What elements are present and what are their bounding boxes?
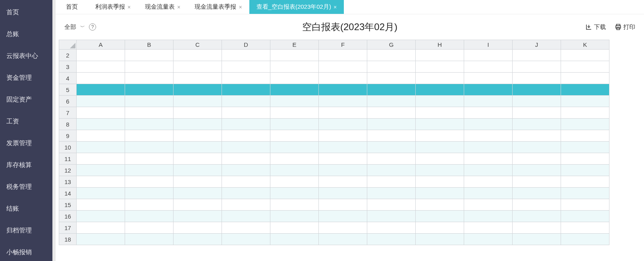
cell-C7[interactable] bbox=[174, 107, 222, 119]
cell-F11[interactable] bbox=[319, 153, 367, 165]
row-header-4[interactable]: 4 bbox=[59, 73, 77, 84]
cell-F5[interactable] bbox=[319, 84, 367, 96]
cell-I14[interactable] bbox=[464, 188, 513, 199]
cell-H13[interactable] bbox=[416, 176, 464, 188]
cell-I17[interactable] bbox=[464, 222, 513, 234]
row-header-14[interactable]: 14 bbox=[59, 188, 77, 199]
cell-F4[interactable] bbox=[319, 73, 367, 84]
cell-B14[interactable] bbox=[125, 188, 174, 199]
row-header-13[interactable]: 13 bbox=[59, 176, 77, 188]
cell-C6[interactable] bbox=[174, 96, 222, 107]
row-header-17[interactable]: 17 bbox=[59, 222, 77, 234]
cell-G7[interactable] bbox=[367, 107, 416, 119]
cell-C4[interactable] bbox=[174, 73, 222, 84]
col-header-J[interactable]: J bbox=[513, 40, 561, 50]
cell-K7[interactable] bbox=[561, 107, 609, 119]
cell-D17[interactable] bbox=[222, 222, 270, 234]
cell-E16[interactable] bbox=[270, 211, 319, 222]
row-header-9[interactable]: 9 bbox=[59, 130, 77, 142]
cell-J3[interactable] bbox=[513, 61, 561, 73]
cell-A9[interactable] bbox=[77, 130, 125, 142]
cell-D9[interactable] bbox=[222, 130, 270, 142]
cell-A18[interactable] bbox=[77, 234, 125, 245]
cell-C5[interactable] bbox=[174, 84, 222, 96]
cell-K4[interactable] bbox=[561, 73, 609, 84]
cell-J7[interactable] bbox=[513, 107, 561, 119]
cell-E14[interactable] bbox=[270, 188, 319, 199]
sidebar-item-3[interactable]: 资金管理 bbox=[0, 67, 52, 89]
sidebar-item-0[interactable]: 首页 bbox=[0, 2, 52, 23]
cell-I3[interactable] bbox=[464, 61, 513, 73]
cell-B5[interactable] bbox=[125, 84, 174, 96]
row-header-5[interactable]: 5 bbox=[59, 84, 77, 96]
cell-K2[interactable] bbox=[561, 50, 609, 61]
cell-F10[interactable] bbox=[319, 142, 367, 153]
print-button[interactable]: 打印 bbox=[615, 23, 635, 31]
close-icon[interactable]: × bbox=[239, 4, 242, 10]
cell-D8[interactable] bbox=[222, 119, 270, 130]
cell-D11[interactable] bbox=[222, 153, 270, 165]
cell-I16[interactable] bbox=[464, 211, 513, 222]
tab-2[interactable]: 现金流量表× bbox=[138, 0, 187, 14]
cell-E13[interactable] bbox=[270, 176, 319, 188]
cell-A11[interactable] bbox=[77, 153, 125, 165]
col-header-E[interactable]: E bbox=[270, 40, 319, 50]
row-header-11[interactable]: 11 bbox=[59, 153, 77, 165]
cell-G9[interactable] bbox=[367, 130, 416, 142]
cell-G8[interactable] bbox=[367, 119, 416, 130]
cell-C14[interactable] bbox=[174, 188, 222, 199]
cell-F9[interactable] bbox=[319, 130, 367, 142]
col-header-I[interactable]: I bbox=[464, 40, 513, 50]
cell-F2[interactable] bbox=[319, 50, 367, 61]
cell-B7[interactable] bbox=[125, 107, 174, 119]
cell-A10[interactable] bbox=[77, 142, 125, 153]
sidebar-item-8[interactable]: 税务管理 bbox=[0, 176, 52, 198]
cell-C11[interactable] bbox=[174, 153, 222, 165]
cell-C13[interactable] bbox=[174, 176, 222, 188]
cell-B2[interactable] bbox=[125, 50, 174, 61]
cell-E10[interactable] bbox=[270, 142, 319, 153]
cell-D14[interactable] bbox=[222, 188, 270, 199]
row-header-6[interactable]: 6 bbox=[59, 96, 77, 107]
row-header-15[interactable]: 15 bbox=[59, 199, 77, 211]
cell-G14[interactable] bbox=[367, 188, 416, 199]
cell-J18[interactable] bbox=[513, 234, 561, 245]
cell-B10[interactable] bbox=[125, 142, 174, 153]
cell-E9[interactable] bbox=[270, 130, 319, 142]
cell-H7[interactable] bbox=[416, 107, 464, 119]
cell-E18[interactable] bbox=[270, 234, 319, 245]
cell-K15[interactable] bbox=[561, 199, 609, 211]
tab-3[interactable]: 现金流量表季报× bbox=[187, 0, 249, 14]
cell-B4[interactable] bbox=[125, 73, 174, 84]
cell-D5[interactable] bbox=[222, 84, 270, 96]
cell-G18[interactable] bbox=[367, 234, 416, 245]
cell-J13[interactable] bbox=[513, 176, 561, 188]
spreadsheet[interactable]: ABCDEFGHIJK23456789101112131415161718 bbox=[56, 40, 644, 261]
cell-C16[interactable] bbox=[174, 211, 222, 222]
cell-J4[interactable] bbox=[513, 73, 561, 84]
cell-J12[interactable] bbox=[513, 165, 561, 176]
cell-D16[interactable] bbox=[222, 211, 270, 222]
cell-J15[interactable] bbox=[513, 199, 561, 211]
cell-H16[interactable] bbox=[416, 211, 464, 222]
cell-K11[interactable] bbox=[561, 153, 609, 165]
row-header-10[interactable]: 10 bbox=[59, 142, 77, 153]
cell-K17[interactable] bbox=[561, 222, 609, 234]
cell-F8[interactable] bbox=[319, 119, 367, 130]
cell-I5[interactable] bbox=[464, 84, 513, 96]
cell-D18[interactable] bbox=[222, 234, 270, 245]
cell-I8[interactable] bbox=[464, 119, 513, 130]
cell-B17[interactable] bbox=[125, 222, 174, 234]
cell-D10[interactable] bbox=[222, 142, 270, 153]
tab-0[interactable]: 首页 bbox=[56, 0, 88, 14]
cell-H11[interactable] bbox=[416, 153, 464, 165]
cell-I12[interactable] bbox=[464, 165, 513, 176]
cell-A4[interactable] bbox=[77, 73, 125, 84]
cell-B8[interactable] bbox=[125, 119, 174, 130]
cell-I15[interactable] bbox=[464, 199, 513, 211]
cell-I7[interactable] bbox=[464, 107, 513, 119]
col-header-A[interactable]: A bbox=[77, 40, 125, 50]
cell-B16[interactable] bbox=[125, 211, 174, 222]
cell-G12[interactable] bbox=[367, 165, 416, 176]
cell-K3[interactable] bbox=[561, 61, 609, 73]
